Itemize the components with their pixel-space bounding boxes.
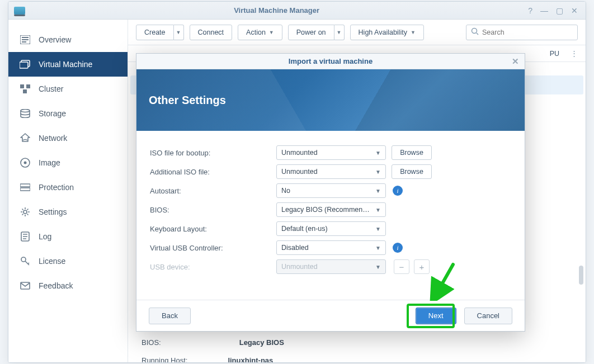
maximize-icon[interactable]: ▢ (556, 6, 563, 15)
select-iso-additional[interactable]: Unmounted▼ (276, 164, 386, 179)
sidebar-item-label: Network (39, 134, 67, 143)
cluster-icon (20, 84, 31, 94)
chevron-down-icon: ▼ (375, 226, 381, 232)
select-keyboard[interactable]: Default (en-us)▼ (276, 221, 386, 236)
sidebar-item-label: Overview (39, 35, 71, 44)
sidebar-item-log[interactable]: Log (8, 224, 128, 249)
column-cpu: PU (550, 50, 559, 58)
detail-row-bios: BIOS: Legacy BIOS (142, 338, 284, 347)
sidebar-item-storage[interactable]: Storage (8, 101, 128, 126)
svg-rect-12 (20, 184, 30, 187)
sidebar-item-overview[interactable]: Overview (8, 27, 128, 52)
chevron-down-icon: ▼ (375, 150, 381, 156)
remove-usb-button[interactable]: − (394, 259, 409, 274)
import-modal: Import a virtual machine ✕ Other Setting… (136, 53, 525, 332)
minimize-icon[interactable]: — (540, 6, 548, 15)
select-usb-controller[interactable]: Disabled▼ (276, 240, 386, 255)
detail-label: BIOS: (142, 338, 161, 347)
sidebar-item-label: Virtual Machine (39, 60, 92, 69)
back-button[interactable]: Back (149, 308, 191, 324)
detail-value: Legacy BIOS (239, 338, 284, 347)
field-label-bios: BIOS: (150, 206, 276, 214)
window-title: Virtual Machine Manager (25, 6, 528, 15)
power-button[interactable]: Power on (288, 25, 334, 40)
svg-rect-2 (22, 39, 29, 40)
next-button[interactable]: Next (416, 308, 456, 324)
svg-rect-5 (20, 62, 28, 68)
connect-button[interactable]: Connect (190, 25, 233, 40)
mail-icon (20, 281, 31, 291)
sidebar-item-image[interactable]: Image (8, 150, 128, 175)
sidebar-item-label: License (39, 257, 65, 266)
chevron-down-icon: ▼ (375, 245, 381, 251)
sidebar-item-label: Cluster (39, 84, 63, 93)
svg-point-11 (24, 162, 27, 164)
search-icon (471, 27, 479, 37)
modal-heading: Other Settings (149, 94, 226, 107)
detail-label: Running Host: (142, 356, 187, 363)
create-dropdown[interactable]: ▼ (174, 25, 184, 40)
create-button[interactable]: Create (136, 25, 174, 40)
close-icon[interactable]: ✕ (512, 56, 519, 67)
info-icon[interactable]: i (393, 186, 403, 196)
chevron-down-icon: ▼ (411, 30, 416, 35)
browse-iso-bootup[interactable]: Browse (392, 145, 432, 160)
app-icon (14, 7, 25, 15)
chevron-down-icon: ▼ (375, 264, 381, 270)
sidebar-item-label: Log (39, 232, 51, 241)
sidebar-item-network[interactable]: Network (8, 126, 128, 150)
sidebar-item-license[interactable]: License (8, 249, 128, 273)
sidebar-item-label: Protection (39, 183, 74, 192)
field-label-usb-device: USB device: (150, 263, 276, 271)
select-iso-bootup[interactable]: Unmounted▼ (276, 145, 386, 160)
field-label-iso-additional: Additional ISO file: (150, 168, 276, 176)
search-box[interactable] (466, 25, 578, 40)
close-window-icon[interactable]: ✕ (571, 6, 578, 15)
sidebar-item-protection[interactable]: Protection (8, 175, 128, 200)
power-dropdown[interactable]: ▼ (334, 25, 345, 40)
log-icon (20, 231, 31, 242)
field-label-keyboard: Keyboard Layout: (150, 225, 276, 233)
toolbar: Create ▼ Connect Action▼ Power on ▼ High… (128, 20, 586, 45)
scrollbar-thumb[interactable] (579, 266, 583, 285)
sidebar-item-feedback[interactable]: Feedback (8, 273, 128, 298)
sidebar-item-label: Image (39, 158, 60, 167)
sidebar-item-virtual-machine[interactable]: Virtual Machine (8, 52, 128, 77)
action-button[interactable]: Action▼ (238, 25, 282, 40)
sidebar-item-cluster[interactable]: Cluster (8, 77, 128, 101)
titlebar: Virtual Machine Manager ? — ▢ ✕ (8, 2, 586, 20)
svg-rect-1 (22, 37, 29, 38)
modal-footer: Back Next Cancel (136, 300, 525, 331)
modal-title: Import a virtual machine (289, 57, 373, 65)
network-icon (20, 133, 31, 143)
key-icon (20, 256, 31, 266)
chevron-down-icon: ▼ (269, 30, 274, 35)
chevron-down-icon: ▼ (375, 169, 381, 175)
svg-rect-6 (20, 84, 24, 88)
select-bios[interactable]: Legacy BIOS (Recommended)▼ (276, 202, 386, 217)
modal-body: ISO file for bootup: Unmounted▼ Browse A… (136, 131, 525, 300)
sidebar-item-settings[interactable]: Settings (8, 200, 128, 224)
svg-rect-3 (22, 41, 26, 42)
storage-icon (20, 108, 31, 119)
help-icon[interactable]: ? (528, 6, 532, 15)
overview-icon (20, 35, 31, 45)
search-input[interactable] (482, 29, 573, 36)
select-usb-device: Unmounted▼ (276, 259, 386, 274)
select-autostart[interactable]: No▼ (276, 183, 386, 198)
svg-point-14 (23, 210, 27, 214)
svg-point-18 (472, 28, 477, 33)
add-usb-button[interactable]: + (414, 259, 430, 274)
svg-rect-7 (26, 84, 30, 88)
vm-icon (20, 59, 31, 69)
sidebar-item-label: Settings (39, 207, 67, 216)
ha-button[interactable]: High Availability▼ (350, 25, 424, 40)
columns-menu-icon[interactable]: ⋮ (571, 49, 578, 58)
sidebar: Overview Virtual Machine Cluster Storage… (8, 20, 128, 362)
browse-iso-additional[interactable]: Browse (392, 164, 432, 179)
svg-point-16 (21, 257, 26, 262)
field-label-usb-controller: Virtual USB Controller: (150, 244, 276, 252)
info-icon[interactable]: i (393, 243, 403, 253)
cancel-button[interactable]: Cancel (464, 308, 512, 324)
gear-icon (20, 207, 31, 217)
